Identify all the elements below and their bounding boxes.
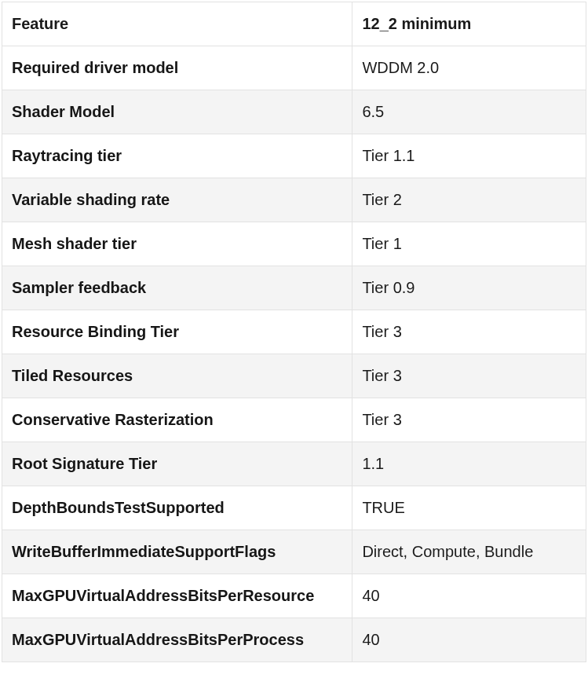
cell-feature: Sampler feedback [2, 266, 352, 310]
table-row: Shader Model6.5 [2, 90, 586, 134]
cell-feature: MaxGPUVirtualAddressBitsPerProcess [2, 618, 352, 662]
table-row: Variable shading rateTier 2 [2, 178, 586, 222]
cell-value: Direct, Compute, Bundle [352, 530, 586, 574]
table-row: Tiled ResourcesTier 3 [2, 354, 586, 398]
cell-value: Tier 1.1 [352, 134, 586, 178]
table-row: Resource Binding TierTier 3 [2, 310, 586, 354]
cell-feature: DepthBoundsTestSupported [2, 486, 352, 530]
cell-value: Tier 3 [352, 310, 586, 354]
cell-value: TRUE [352, 486, 586, 530]
table-row: Root Signature Tier1.1 [2, 442, 586, 486]
cell-value: Tier 2 [352, 178, 586, 222]
col-header-feature: Feature [2, 2, 352, 46]
cell-value: 6.5 [352, 90, 586, 134]
table-row: DepthBoundsTestSupportedTRUE [2, 486, 586, 530]
cell-feature: Raytracing tier [2, 134, 352, 178]
table-body: Required driver modelWDDM 2.0Shader Mode… [2, 46, 586, 662]
table-row: MaxGPUVirtualAddressBitsPerResource40 [2, 574, 586, 618]
cell-value: Tier 0.9 [352, 266, 586, 310]
cell-feature: Resource Binding Tier [2, 310, 352, 354]
col-header-value: 12_2 minimum [352, 2, 586, 46]
table-row: Raytracing tierTier 1.1 [2, 134, 586, 178]
cell-value: Tier 3 [352, 398, 586, 442]
cell-value: 40 [352, 574, 586, 618]
cell-feature: MaxGPUVirtualAddressBitsPerResource [2, 574, 352, 618]
table-row: Sampler feedbackTier 0.9 [2, 266, 586, 310]
cell-feature: WriteBufferImmediateSupportFlags [2, 530, 352, 574]
cell-value: 1.1 [352, 442, 586, 486]
cell-feature: Mesh shader tier [2, 222, 352, 266]
table-row: WriteBufferImmediateSupportFlagsDirect, … [2, 530, 586, 574]
cell-feature: Conservative Rasterization [2, 398, 352, 442]
cell-value: WDDM 2.0 [352, 46, 586, 90]
cell-feature: Root Signature Tier [2, 442, 352, 486]
cell-feature: Shader Model [2, 90, 352, 134]
table-row: Mesh shader tierTier 1 [2, 222, 586, 266]
cell-value: 40 [352, 618, 586, 662]
cell-feature: Variable shading rate [2, 178, 352, 222]
table-header-row: Feature 12_2 minimum [2, 2, 586, 46]
feature-table: Feature 12_2 minimum Required driver mod… [2, 2, 586, 662]
table-row: Required driver modelWDDM 2.0 [2, 46, 586, 90]
cell-feature: Tiled Resources [2, 354, 352, 398]
table-row: MaxGPUVirtualAddressBitsPerProcess40 [2, 618, 586, 662]
cell-value: Tier 3 [352, 354, 586, 398]
cell-value: Tier 1 [352, 222, 586, 266]
table-row: Conservative RasterizationTier 3 [2, 398, 586, 442]
cell-feature: Required driver model [2, 46, 352, 90]
